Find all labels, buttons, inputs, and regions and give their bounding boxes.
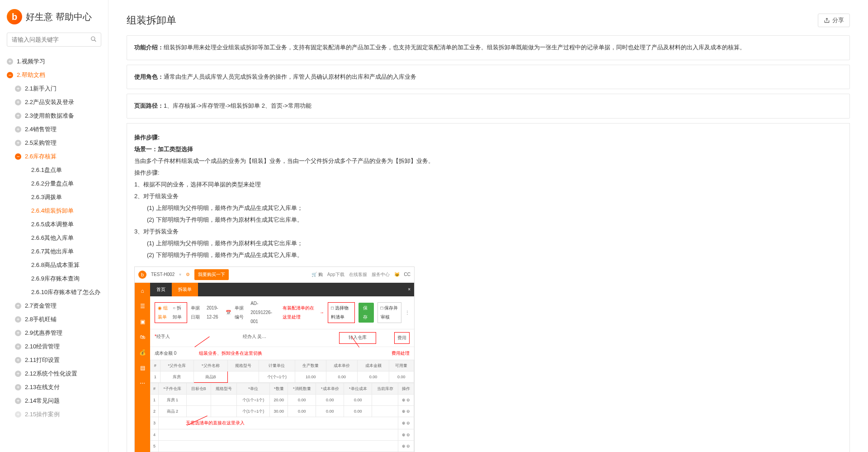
nav-2-1[interactable]: +2.1新手入门: [7, 82, 101, 95]
nav-2-13[interactable]: +2.13在线支付: [7, 381, 101, 394]
nav-2-6-4[interactable]: 2.6.4组装拆卸单: [7, 204, 101, 218]
shot-save-button: 保存: [359, 303, 373, 323]
nav-label: 2.6.9库存账本查询: [31, 275, 80, 283]
shot-user: CC: [404, 270, 410, 279]
logo: b 好生意 帮助中心: [7, 9, 101, 24]
shot-trial-button: 我要购买一下: [194, 269, 229, 280]
step-3a: (1) 上部明细为父件明细，最终作为原材料生成其它出库单；: [134, 238, 842, 249]
nav-2-6-5[interactable]: 2.6.5成本调整单: [7, 218, 101, 231]
nav-label: 2.5采购管理: [25, 139, 57, 147]
shot-logo-icon: b: [138, 271, 146, 279]
shot-cost-label: 成本金额: [155, 351, 173, 356]
path-box: 页面路径：1、库存核算->库存管理->组装拆卸单 2、首页->常用功能: [127, 94, 850, 119]
nav-2-4[interactable]: +2.4销售管理: [7, 123, 101, 136]
nav-label: 2.6.1盘点单: [31, 166, 62, 174]
plus-icon: +: [15, 86, 21, 92]
search-icon[interactable]: [90, 36, 97, 43]
shot-tabs: 首页 拆装单 ×: [150, 283, 414, 296]
shot-tenant: TEST-H002: [151, 270, 175, 279]
nav-label: 2.7资金管理: [25, 302, 57, 310]
shot-billno-value: AD-20191226-001: [250, 299, 275, 326]
nav-2-6-3[interactable]: 2.6.3调拨单: [7, 190, 101, 204]
nav-video[interactable]: +1.视频学习: [7, 55, 101, 68]
nav-label: 2.6.8商品成本重算: [31, 261, 80, 269]
search-box: [7, 33, 101, 47]
nav-2-11[interactable]: +2.11打印设置: [7, 353, 101, 367]
nav-2-3[interactable]: +2.3使用前数据准备: [7, 109, 101, 123]
shot-savepost-button: 保存并审核: [381, 305, 398, 319]
nav-label: 2.6.7其他出库单: [31, 247, 74, 256]
plus-icon: +: [15, 303, 21, 309]
report-icon: ▤: [140, 362, 145, 373]
shot-annotation-2: 组装业务、拆卸业务在这里切换: [199, 349, 262, 358]
shot-date-label: 单据日期: [191, 304, 203, 322]
step-2: 2、对于组装业务: [134, 190, 842, 202]
shot-tab-home: 首页: [150, 283, 172, 296]
nav-label: 2.9优惠券管理: [25, 329, 62, 337]
nav-2-9[interactable]: +2.9优惠券管理: [7, 326, 101, 340]
doc-icon: ☰: [140, 301, 145, 312]
wallet-icon: 💰: [139, 347, 146, 358]
plus-icon: +: [7, 58, 13, 65]
nav-2-6-2[interactable]: 2.6.2分量盘点单: [7, 177, 101, 190]
shot-tab-doc: 拆装单: [172, 283, 198, 296]
shot-avatar-icon: 😺: [394, 270, 400, 279]
nav-2-5[interactable]: +2.5采购管理: [7, 136, 101, 150]
svg-point-0: [91, 37, 95, 40]
nav-label: 2.8手机旺铺: [25, 315, 57, 324]
plus-icon: +: [15, 140, 21, 146]
intro-box: 功能介绍：组装拆卸单用来处理企业组装或拆卸等加工业务，支持有固定装配清单的产品加…: [127, 35, 850, 60]
minus-icon: −: [7, 72, 13, 78]
nav-2-6-10[interactable]: 2.6.10库存账本错了怎么办: [7, 285, 101, 299]
nav-2-10[interactable]: +2.10经营管理: [7, 340, 101, 353]
share-icon: [824, 17, 830, 24]
shot-select-button: 选择物料清单: [331, 305, 349, 319]
plus-icon: +: [15, 330, 21, 336]
nav-2-6-8[interactable]: 2.6.8商品成本重算: [7, 258, 101, 272]
shot-annotation-3: 费用处理: [392, 349, 410, 358]
nav-2-15[interactable]: +2.15操作案例: [7, 408, 101, 421]
nav-2-6-6[interactable]: 2.6.6其他入库单: [7, 231, 101, 245]
share-button[interactable]: 分享: [818, 14, 850, 27]
nav-2-8[interactable]: +2.8手机旺铺: [7, 313, 101, 326]
nav-2-7[interactable]: +2.7资金管理: [7, 299, 101, 313]
nav-label: 2.2产品安装及登录: [25, 98, 74, 106]
nav-label: 2.6库存核算: [25, 152, 57, 161]
shot-app-link: App下载: [327, 270, 344, 279]
nav-2-14[interactable]: +2.14常见问题: [7, 394, 101, 408]
calendar-icon: 📅: [226, 308, 231, 317]
shot-online-link: 在线客服: [349, 270, 367, 279]
nav-label: 2.6.6其他入库单: [31, 234, 74, 242]
plus-icon: +: [15, 126, 21, 133]
minus-icon: −: [15, 153, 21, 160]
shot-type-radio: ◉ 组装单 ○ 拆卸单: [155, 302, 187, 323]
nav-2-6[interactable]: −2.6库存核算: [7, 150, 101, 163]
search-input[interactable]: [7, 33, 101, 47]
nav-label: 2.帮助文档: [17, 71, 45, 79]
shot-toolbar: ◉ 组装单 ○ 拆卸单 单据日期 2019-12-26 📅 单据编号 AD-20…: [150, 296, 414, 329]
steps-heading: 操作步骤:: [134, 134, 160, 141]
step-3: 3、对于拆装业务: [134, 226, 842, 238]
more-icon: ⋯: [140, 378, 145, 389]
nav-2-6-7[interactable]: 2.6.7其他出库单: [7, 245, 101, 258]
nav-label: 2.15操作案例: [25, 410, 60, 419]
nav-docs[interactable]: −2.帮助文档: [7, 68, 101, 82]
logo-icon: b: [7, 9, 22, 24]
role-label: 使用角色：: [134, 73, 164, 80]
nav-label: 2.10经营管理: [25, 343, 60, 351]
plus-icon: +: [15, 343, 21, 350]
nav-2-6-1[interactable]: 2.6.1盘点单: [7, 163, 101, 177]
nav-2-2[interactable]: +2.2产品安装及登录: [7, 95, 101, 109]
scene1-desc: 当由多个子件材料组装成一个成品的业务为【组装】业务，当由一个父件拆分成多个子产品…: [134, 155, 842, 167]
sidebar: b 好生意 帮助中心 +1.视频学习 −2.帮助文档 +2.1新手入门 +2.2…: [0, 0, 108, 452]
nav-label: 2.1新手入门: [25, 85, 57, 93]
shot-topbar: b TEST-H002 ▾ ⚙ 我要购买一下 🛒 购 App下载 在线客服 服务…: [135, 267, 414, 283]
nav-2-6-9[interactable]: 2.6.9库存账本查询: [7, 272, 101, 285]
plus-icon: +: [15, 316, 21, 323]
plus-icon: +: [15, 384, 21, 390]
share-label: 分享: [832, 16, 844, 24]
nav-label: 2.12系统个性化设置: [25, 370, 77, 378]
nav-label: 2.13在线支付: [25, 383, 60, 391]
nav-2-12[interactable]: +2.12系统个性化设置: [7, 367, 101, 381]
plus-icon: +: [15, 411, 21, 418]
